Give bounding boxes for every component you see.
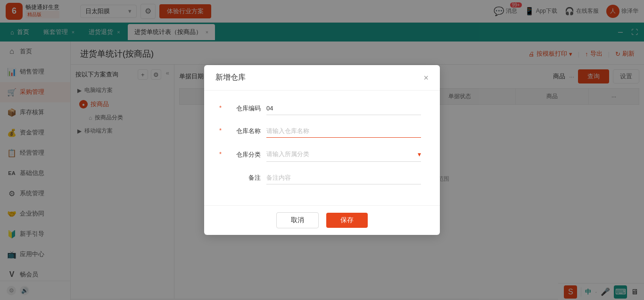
modal-footer: 取消 保存: [204, 205, 440, 235]
category-select[interactable]: 请输入所属分类 ▾: [266, 147, 421, 162]
name-label: 仓库名称: [223, 127, 261, 135]
name-input[interactable]: [266, 125, 421, 138]
category-label: 仓库分类: [223, 150, 261, 159]
modal-overlay: 新增仓库 × 仓库编码 仓库名称 仓库分类 请输入所属分类 ▾: [0, 0, 644, 300]
modal-title: 新增仓库: [215, 73, 246, 83]
modal-close-btn[interactable]: ×: [423, 74, 429, 82]
code-label: 仓库编码: [223, 104, 261, 113]
save-btn[interactable]: 保存: [326, 213, 368, 228]
form-row-category: 仓库分类 请输入所属分类 ▾: [223, 147, 421, 162]
code-input[interactable]: [266, 102, 421, 115]
cancel-btn[interactable]: 取消: [276, 212, 319, 228]
modal-header: 新增仓库 ×: [204, 65, 440, 91]
form-row-code: 仓库编码: [223, 102, 421, 115]
category-placeholder: 请输入所属分类: [266, 150, 418, 158]
form-row-name: 仓库名称: [223, 125, 421, 138]
remark-label: 备注: [223, 174, 261, 182]
remark-input[interactable]: [266, 171, 421, 184]
new-warehouse-modal: 新增仓库 × 仓库编码 仓库名称 仓库分类 请输入所属分类 ▾: [204, 65, 440, 235]
modal-body: 仓库编码 仓库名称 仓库分类 请输入所属分类 ▾ 备注: [204, 91, 440, 205]
form-row-remark: 备注: [223, 171, 421, 184]
category-dropdown-icon: ▾: [418, 150, 421, 158]
